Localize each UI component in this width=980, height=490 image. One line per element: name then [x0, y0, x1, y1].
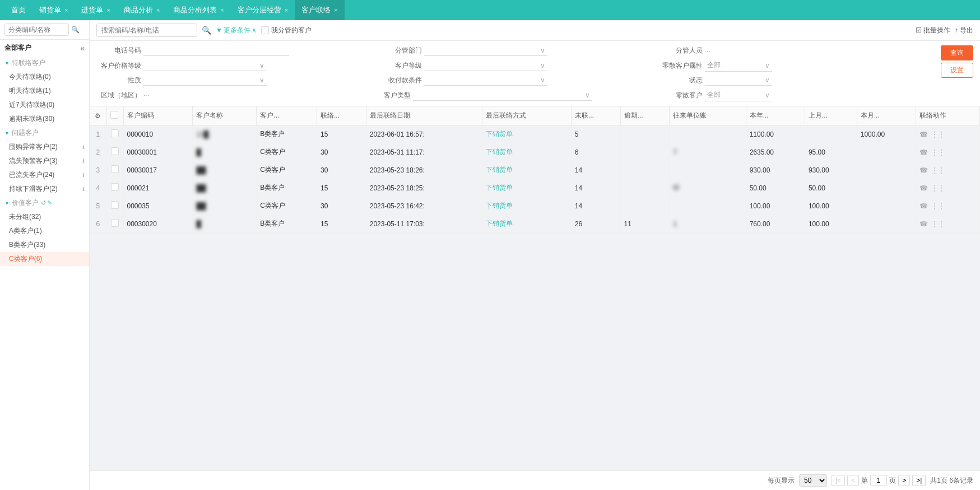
- phone-input[interactable]: [143, 45, 289, 56]
- sidebar-group-问题客户[interactable]: ▼问题客户: [0, 126, 89, 140]
- phone-action-icon[interactable]: ☎: [919, 202, 928, 210]
- sidebar-item-持续下滑客户(2)[interactable]: 持续下滑客户(2)ℹ: [0, 182, 89, 196]
- row-name: ██: [193, 197, 257, 215]
- row-last-contact-method[interactable]: 下销货单: [482, 161, 572, 179]
- row-checkbox-box[interactable]: [111, 183, 119, 191]
- sidebar-item-C类客户(6)[interactable]: C类客户(6): [0, 252, 89, 266]
- all-customers-header[interactable]: 全部客户 «: [0, 40, 89, 56]
- sidebar-group-待联络客户[interactable]: ▼待联络客户: [0, 56, 89, 70]
- row-checkbox-box[interactable]: [111, 129, 119, 137]
- grid-action-icon[interactable]: ⋮⋮: [931, 166, 945, 174]
- close-icon[interactable]: ×: [285, 7, 288, 13]
- price-level-select[interactable]: ∨: [143, 60, 267, 71]
- nav-item-商品分析列表[interactable]: 商品分析列表×: [166, 0, 230, 20]
- row-last-contact-method[interactable]: 下销货单: [482, 197, 572, 215]
- nature-select[interactable]: ∨: [143, 75, 267, 86]
- row-checkbox-box[interactable]: [111, 147, 119, 155]
- phone-action-icon[interactable]: ☎: [919, 166, 928, 174]
- nav-item-销货单[interactable]: 销货单×: [32, 0, 75, 20]
- sidebar-item-已流失客户(24)[interactable]: 已流失客户(24)ℹ: [0, 168, 89, 182]
- sidebar-item-A类客户(1)[interactable]: A类客户(1): [0, 224, 89, 238]
- sidebar-search-input[interactable]: [4, 24, 69, 36]
- row-last-contact-method[interactable]: 下销货单: [482, 179, 572, 197]
- query-button[interactable]: 查询: [941, 45, 973, 60]
- row-last-contact-method[interactable]: 下销货单: [482, 125, 572, 143]
- sidebar-group-价值客户[interactable]: ▼价值客户↺✎: [0, 196, 89, 210]
- more-conditions-btn[interactable]: ▼ 更多条件 ∧: [216, 26, 257, 35]
- sidebar-search-icon[interactable]: 🔍: [71, 26, 80, 34]
- customer-level-select[interactable]: ∨: [424, 60, 547, 71]
- row-checkbox[interactable]: [106, 143, 123, 161]
- row-checkbox-box[interactable]: [111, 165, 119, 173]
- row-name: █: [193, 143, 257, 161]
- main-search-icon[interactable]: 🔍: [202, 26, 211, 35]
- contact-method-link[interactable]: 下销货单: [486, 184, 513, 192]
- prev-page-btn[interactable]: <: [847, 475, 859, 486]
- close-icon[interactable]: ×: [220, 7, 224, 13]
- grid-action-icon[interactable]: ⋮⋮: [931, 202, 945, 210]
- retail-select[interactable]: 全部 ∨: [705, 89, 772, 101]
- export-btn[interactable]: ↑ 导出: [955, 26, 973, 35]
- nav-item-客户联络[interactable]: 客户联络×: [295, 0, 344, 20]
- nav-item-首页[interactable]: 首页: [4, 0, 32, 20]
- row-checkbox[interactable]: [106, 161, 123, 179]
- row-checkbox-box[interactable]: [111, 201, 119, 209]
- gear-icon[interactable]: ⚙: [95, 112, 101, 120]
- sidebar-item-近7天待联络(0)[interactable]: 近7天待联络(0): [0, 98, 89, 112]
- nav-item-客户分层经营[interactable]: 客户分层经营×: [231, 0, 295, 20]
- close-icon[interactable]: ×: [64, 7, 68, 13]
- row-checkbox-box[interactable]: [111, 219, 119, 227]
- my-customers-checkbox[interactable]: [261, 26, 269, 34]
- dept-select[interactable]: ∨: [424, 45, 547, 56]
- contact-method-link[interactable]: 下销货单: [486, 130, 513, 138]
- settings-button[interactable]: 设置: [941, 63, 973, 78]
- grid-action-icon[interactable]: ⋮⋮: [931, 184, 945, 192]
- batch-operation-btn[interactable]: ☑ 批量操作: [916, 26, 950, 35]
- last-page-btn[interactable]: >|: [912, 475, 926, 486]
- region-dots-btn[interactable]: ···: [143, 91, 149, 99]
- close-icon[interactable]: ×: [156, 7, 160, 13]
- nav-item-商品分析[interactable]: 商品分析×: [117, 0, 166, 20]
- status-select[interactable]: ∨: [705, 75, 772, 86]
- row-checkbox[interactable]: [106, 197, 123, 215]
- contact-method-link[interactable]: 下销货单: [486, 166, 513, 174]
- main-search-input[interactable]: [96, 24, 197, 37]
- page-number-input[interactable]: [870, 475, 887, 486]
- sidebar-item-未分组(32)[interactable]: 未分组(32): [0, 210, 89, 224]
- contact-method-link[interactable]: 下销货单: [486, 202, 513, 209]
- row-last-contact-method[interactable]: 下销货单: [482, 215, 572, 233]
- close-icon[interactable]: ×: [106, 7, 110, 13]
- payment-select[interactable]: ∨: [424, 75, 547, 86]
- edit-icon[interactable]: ✎: [47, 199, 52, 207]
- sidebar-item-明天待联络(1)[interactable]: 明天待联络(1): [0, 84, 89, 98]
- close-icon[interactable]: ×: [334, 7, 337, 13]
- phone-action-icon[interactable]: ☎: [919, 130, 928, 138]
- sidebar-item-流失预警客户(3)[interactable]: 流失预警客户(3)ℹ: [0, 154, 89, 168]
- grid-action-icon[interactable]: ⋮⋮: [931, 220, 945, 228]
- phone-action-icon[interactable]: ☎: [919, 220, 928, 228]
- nav-item-进货单[interactable]: 进货单×: [75, 0, 117, 20]
- row-checkbox[interactable]: [106, 125, 123, 143]
- row-last-contact-method[interactable]: 下销货单: [482, 143, 572, 161]
- phone-action-icon[interactable]: ☎: [919, 184, 928, 192]
- next-page-btn[interactable]: >: [898, 475, 910, 486]
- manager-dots-btn[interactable]: ···: [705, 47, 710, 55]
- row-checkbox[interactable]: [106, 179, 123, 197]
- grid-action-icon[interactable]: ⋮⋮: [931, 130, 945, 138]
- contact-method-link[interactable]: 下销货单: [486, 148, 513, 156]
- sidebar-item-B类客户(33)[interactable]: B类客户(33): [0, 238, 89, 252]
- retail-attr-select[interactable]: 全部 ∨: [705, 59, 772, 72]
- phone-action-icon[interactable]: ☎: [919, 148, 928, 156]
- first-page-btn[interactable]: |<: [832, 475, 845, 486]
- my-customers-checkbox-area[interactable]: 我分管的客户: [261, 26, 312, 35]
- row-checkbox[interactable]: [106, 215, 123, 233]
- sidebar-item-今天待联络(0)[interactable]: 今天待联络(0): [0, 70, 89, 84]
- sidebar-item-囤购异常客户(2)[interactable]: 囤购异常客户(2)ℹ: [0, 140, 89, 154]
- grid-action-icon[interactable]: ⋮⋮: [931, 148, 945, 156]
- header-checkbox[interactable]: [110, 111, 118, 119]
- contact-method-link[interactable]: 下销货单: [486, 220, 513, 227]
- refresh-icon[interactable]: ↺: [41, 199, 46, 207]
- customer-type-select[interactable]: ∨: [413, 90, 592, 101]
- sidebar-item-逾期未联络(30)[interactable]: 逾期未联络(30): [0, 112, 89, 126]
- page-size-select[interactable]: 50 100 200: [799, 474, 827, 487]
